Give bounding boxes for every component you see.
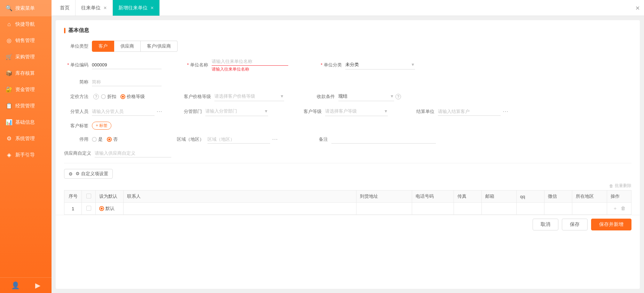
save-new-button[interactable]: 保存并新增 [591, 219, 631, 230]
disabled-radio-group: 是 否 [92, 136, 118, 143]
unit-code-input[interactable] [92, 61, 162, 69]
settlement-input[interactable] [438, 107, 501, 116]
region-more-btn[interactable]: ··· [272, 136, 278, 143]
row-email-input[interactable] [485, 206, 513, 211]
unit-category-select[interactable]: 未分类 ▼ [345, 60, 415, 70]
row-qq-input[interactable] [520, 206, 541, 211]
cust-level-select[interactable]: 请选择客户等级 ▼ [325, 107, 388, 116]
payment-terms-select[interactable]: 现结 ▼ [338, 92, 394, 101]
radio-disabled-no[interactable]: 否 [107, 136, 118, 143]
row-wechat-input[interactable] [548, 206, 568, 211]
unit-name-error: 请输入往来单位名称 [212, 66, 288, 72]
dept-arrow: ▼ [264, 109, 268, 114]
sidebar-expand-icon[interactable]: ▶ [35, 281, 40, 290]
cust-level-arrow: ▼ [384, 109, 388, 114]
tab-new-partner[interactable]: 新增往来单位 ✕ [113, 0, 160, 16]
region-input[interactable] [207, 135, 270, 144]
radio-price-level[interactable]: 价格等级 [120, 93, 145, 100]
guide-icon: ◈ [6, 152, 13, 158]
row-add-btn[interactable]: ＋ [613, 205, 618, 211]
type-btn-supplier[interactable]: 供应商 [114, 41, 141, 52]
cust-level-label: 客户等级 [297, 108, 325, 115]
supplier-custom-input[interactable] [95, 149, 171, 157]
short-name-input[interactable] [92, 78, 162, 86]
supervisor-more-btn[interactable]: ··· [157, 108, 162, 115]
cust-price-level-arrow: ▼ [280, 94, 284, 99]
type-btn-customer[interactable]: 客户 [92, 41, 114, 52]
system-icon: ⚙ [6, 135, 13, 142]
sidebar-item-inventory[interactable]: 📦 库存核算 [0, 65, 52, 81]
radio-discount[interactable]: 折扣 [101, 93, 116, 100]
row-checkbox-cell [82, 203, 96, 215]
tab-partners-close[interactable]: ✕ [103, 6, 107, 10]
tab-home[interactable]: 首页 [54, 0, 76, 16]
select-all-checkbox[interactable] [86, 194, 91, 198]
content-area: 基本信息 单位类型 客户 供应商 客户/供应商 单位编码 单位名称 [56, 20, 640, 289]
row-ops: ＋ 🗑 [607, 203, 631, 215]
sidebar: 🔍 搜索菜单 ⌂ 快捷导航 ◎ 销售管理 🛒 采购管理 📦 库存核算 🔐 资金管… [0, 0, 52, 293]
row-contact-input[interactable] [127, 206, 353, 211]
capital-icon: 🔐 [6, 86, 13, 93]
row-delete-btn[interactable]: 🗑 [621, 205, 626, 211]
row-fax-input[interactable] [457, 206, 478, 211]
batch-delete-label[interactable]: 批量删除 [615, 183, 631, 189]
form-divider [64, 163, 631, 163]
unit-category-label: 单位分类 [317, 62, 345, 68]
batch-delete-icon: 🗑 [609, 184, 613, 188]
section-header: 基本信息 [64, 27, 631, 34]
radio-discount-circle [101, 94, 106, 99]
radio-disabled-yes[interactable]: 是 [92, 136, 103, 143]
cancel-button[interactable]: 取消 [533, 219, 558, 230]
remark-input[interactable] [331, 135, 436, 144]
cust-price-level-select[interactable]: 请选择客户价格等级 ▼ [214, 92, 284, 101]
row-default-radio[interactable]: 默认 [99, 205, 120, 212]
pricing-help-icon[interactable]: ? [93, 94, 99, 99]
short-name-label: 简称 [64, 79, 92, 85]
radio-disabled-no-label: 否 [113, 136, 118, 143]
sidebar-item-system[interactable]: ⚙ 系统管理 [0, 130, 52, 147]
tab-partners[interactable]: 往来单位 ✕ [76, 0, 113, 16]
dept-placeholder: 请输入分管部门 [205, 108, 237, 114]
row-phone-input[interactable] [416, 206, 450, 211]
short-name-row: 简称 [64, 78, 631, 86]
tab-new-partner-close[interactable]: ✕ [150, 6, 154, 10]
col-contact: 联系人 [124, 190, 356, 203]
row-area-input[interactable] [576, 206, 603, 211]
sidebar-item-ops[interactable]: 📋 经营管理 [0, 98, 52, 114]
sidebar-user-icon[interactable]: 👤 [11, 281, 20, 290]
unit-info-row: 单位编码 单位名称 请输入往来单位名称 单位分类 未分类 ▼ [64, 57, 631, 72]
save-button[interactable]: 保存 [562, 219, 588, 230]
payment-terms-help-icon[interactable]: ? [395, 94, 401, 99]
row-email [482, 203, 517, 215]
row-checkbox[interactable] [86, 206, 91, 211]
row-address-input[interactable] [360, 206, 408, 211]
radio-disabled-no-circle [107, 137, 112, 142]
sidebar-item-basic[interactable]: 📊 基础信息 [0, 114, 52, 130]
disabled-row: 停用 是 否 区域（地区） ··· [64, 135, 631, 144]
cust-price-level-placeholder: 请选择客户价格等级 [214, 93, 255, 99]
sidebar-item-guide[interactable]: ◈ 新手引导 [0, 147, 52, 163]
section-icon [64, 28, 65, 33]
col-default: 设为默认 [96, 190, 124, 203]
window-close-icon[interactable]: ✕ [635, 5, 640, 11]
cust-level-placeholder: 请选择客户等级 [325, 108, 357, 114]
customer-tag-label: 客户标签 [64, 123, 92, 129]
ops-icon: 📋 [6, 103, 13, 109]
sidebar-item-capital[interactable]: 🔐 资金管理 [0, 81, 52, 98]
type-btn-both[interactable]: 客户/供应商 [141, 41, 178, 52]
sidebar-item-quicknav[interactable]: ⌂ 快捷导航 [0, 16, 52, 32]
supervisor-input[interactable] [92, 107, 155, 116]
add-tag-btn[interactable]: + 标签 [92, 122, 111, 130]
tab-bar: 首页 往来单位 ✕ 新增往来单位 ✕ ✕ [52, 0, 644, 16]
radio-price-level-circle [120, 94, 125, 99]
col-email: 邮箱 [482, 190, 517, 203]
unit-name-input[interactable] [212, 57, 288, 66]
sidebar-item-purchase[interactable]: 🛒 采购管理 [0, 49, 52, 65]
dept-select[interactable]: 请输入分管部门 ▼ [205, 107, 268, 116]
sidebar-item-search[interactable]: 🔍 搜索菜单 [0, 0, 52, 16]
custom-settings-btn[interactable]: ⚙ ⚙ 自定义项设置 [64, 169, 113, 179]
row-area [572, 203, 607, 215]
sidebar-item-sales[interactable]: ◎ 销售管理 [0, 32, 52, 49]
unit-category-arrow: ▼ [411, 62, 415, 67]
settlement-more-btn[interactable]: ··· [503, 108, 508, 115]
